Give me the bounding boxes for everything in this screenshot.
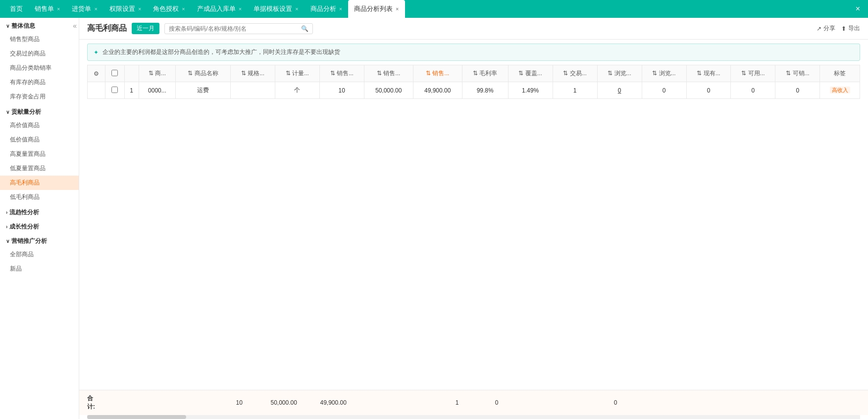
col-code[interactable]: ⇅ 商... (139, 65, 175, 82)
nav-product-analysis[interactable]: 商品分析 × (305, 0, 348, 18)
chevron-down-icon: ∨ (6, 238, 9, 244)
row-settings (88, 82, 105, 99)
row-select-checkbox[interactable] (111, 87, 118, 93)
nav-product-analysis-list[interactable]: 商品分析列表 × (348, 0, 405, 18)
page-title: 高毛利商品 (87, 23, 127, 34)
col-saleable[interactable]: ⇅ 可销... (775, 65, 820, 82)
close-all-icon[interactable]: × (852, 4, 864, 13)
info-icon: ✦ (94, 49, 99, 56)
row-saleable: 0 (775, 82, 820, 99)
row-name: 运费 (175, 82, 230, 99)
col-name[interactable]: ⇅ 商品名称 (175, 65, 230, 82)
sort-icon: ⇅ (188, 70, 193, 77)
sidebar-item-stock-capital[interactable]: 库存资金占用 (0, 90, 79, 104)
sidebar: « ∨ 整体信息 销售型商品 交易过的商品 商品分类助销率 有库存的商品 库存资… (0, 18, 79, 419)
horizontal-scrollbar[interactable] (87, 415, 860, 419)
nav-role[interactable]: 角色授权 × (147, 0, 191, 18)
nav-sales[interactable]: 销售单 × (29, 0, 66, 18)
sidebar-item-high-value[interactable]: 高价值商品 (0, 118, 79, 133)
nav-permission[interactable]: 权限设置 × (103, 0, 147, 18)
footer-sales-qty: 10 (219, 399, 259, 406)
nav-product-stock[interactable]: 产成品入库单 × (191, 0, 248, 18)
sidebar-collapse-icon[interactable]: « (73, 22, 77, 30)
col-browse1[interactable]: ⇅ 浏览... (597, 65, 642, 82)
share-button[interactable]: ↗ 分享 (817, 24, 835, 33)
col-transaction[interactable]: ⇅ 交易... (553, 65, 597, 82)
close-icon[interactable]: × (396, 6, 399, 12)
col-sales-qty[interactable]: ⇅ 销售... (319, 65, 364, 82)
sidebar-group-overall[interactable]: ∨ 整体信息 (0, 18, 79, 32)
footer-sales-amount: 50,000.00 (259, 399, 308, 406)
data-table: ⚙ ⇅ 商... ⇅ 商品名称 ⇅ 规格... ⇅ 计量... ⇅ 销售... … (87, 65, 860, 99)
content-header: 高毛利商品 近一月 🔍 ↗ 分享 ⬆ 导出 (79, 18, 868, 40)
sort-icon: ⇅ (473, 70, 478, 77)
info-banner: ✦ 企业的主要的利润都是这部分商品创造的，可考虑加大推广，同时关注库存是不要出现… (87, 44, 860, 61)
row-checkbox[interactable] (105, 82, 124, 99)
nav-purchase[interactable]: 进货单 × (66, 0, 103, 18)
sidebar-item-all-goods[interactable]: 全部商品 (0, 247, 79, 262)
col-sales-profit[interactable]: ⇅ 销售... (413, 65, 462, 82)
sidebar-item-low-value[interactable]: 低价值商品 (0, 133, 79, 147)
col-browse2[interactable]: ⇅ 浏览... (642, 65, 686, 82)
col-sales-amount[interactable]: ⇅ 销售... (364, 65, 413, 82)
col-spec[interactable]: ⇅ 规格... (230, 65, 275, 82)
search-box: 🔍 (164, 23, 313, 34)
close-icon[interactable]: × (57, 6, 60, 12)
table-footer: 合计: 10 50,000.00 49,900.00 1 0 0 (79, 390, 868, 415)
col-current-stock[interactable]: ⇅ 现有... (686, 65, 731, 82)
footer-browse1: 0 (477, 399, 516, 406)
col-unit[interactable]: ⇅ 计量... (275, 65, 319, 82)
row-available: 0 (731, 82, 775, 99)
close-icon[interactable]: × (339, 6, 342, 12)
chevron-down-icon: ∨ (6, 23, 9, 29)
col-gross-rate[interactable]: ⇅ 毛利率 (462, 65, 508, 82)
sidebar-group-contribution[interactable]: ∨ 贡献量分析 (0, 104, 79, 118)
sort-icon: ⇅ (741, 70, 746, 77)
export-icon: ⬆ (841, 25, 846, 32)
footer-sales-profit: 49,900.00 (308, 399, 358, 406)
sidebar-item-category-rate[interactable]: 商品分类助销率 (0, 61, 79, 75)
search-input[interactable] (169, 25, 299, 32)
filter-month-button[interactable]: 近一月 (132, 23, 159, 34)
sidebar-item-new-goods[interactable]: 新品 (0, 262, 79, 276)
row-browse1: 0 (597, 82, 642, 99)
chevron-down-icon: ∨ (6, 109, 9, 115)
select-all-checkbox[interactable] (111, 70, 118, 76)
row-coverage: 1.49% (508, 82, 553, 99)
close-icon[interactable]: × (182, 6, 185, 12)
row-tag: 高收入 (820, 82, 860, 99)
export-button[interactable]: ⬆ 导出 (841, 24, 860, 33)
sidebar-group-trend[interactable]: › 流趋性分析 (0, 204, 79, 219)
col-coverage[interactable]: ⇅ 覆盖... (508, 65, 553, 82)
row-unit: 个 (275, 82, 319, 99)
sidebar-item-stocked-goods[interactable]: 有库存的商品 (0, 75, 79, 90)
search-icon[interactable]: 🔍 (301, 25, 308, 32)
sort-icon: ⇅ (608, 70, 613, 77)
sidebar-item-low-freq[interactable]: 低夏量置商品 (0, 161, 79, 176)
sidebar-item-high-freq[interactable]: 高夏量置商品 (0, 147, 79, 161)
col-checkbox[interactable] (105, 65, 124, 82)
sidebar-item-sales-goods[interactable]: 销售型商品 (0, 32, 79, 47)
close-icon[interactable]: × (295, 6, 298, 12)
table-row: 1 0000... 运费 个 10 50,000.00 49,900.00 99… (88, 82, 860, 99)
sidebar-item-high-margin[interactable]: 高毛利商品 (0, 176, 79, 190)
col-num (124, 65, 139, 82)
close-icon[interactable]: × (94, 6, 97, 12)
nav-template[interactable]: 单据模板设置 × (248, 0, 304, 18)
nav-home[interactable]: 首页 (4, 0, 29, 18)
sort-icon: ⇅ (697, 70, 702, 77)
sidebar-item-traded-goods[interactable]: 交易过的商品 (0, 47, 79, 61)
close-icon[interactable]: × (138, 6, 141, 12)
sidebar-item-low-margin[interactable]: 低毛利商品 (0, 190, 79, 204)
close-icon[interactable]: × (239, 6, 242, 12)
sidebar-group-growth[interactable]: › 成长性分析 (0, 219, 79, 233)
footer-transaction: 1 (437, 399, 477, 406)
row-sales-qty: 10 (319, 82, 364, 99)
sidebar-group-marketing[interactable]: ∨ 营销推广分析 (0, 233, 79, 247)
row-browse2: 0 (642, 82, 686, 99)
footer-available: 0 (596, 399, 635, 406)
row-code: 0000... (139, 82, 175, 99)
col-available[interactable]: ⇅ 可用... (731, 65, 775, 82)
sort-icon: ⇅ (286, 70, 291, 77)
col-settings[interactable]: ⚙ (88, 65, 105, 82)
